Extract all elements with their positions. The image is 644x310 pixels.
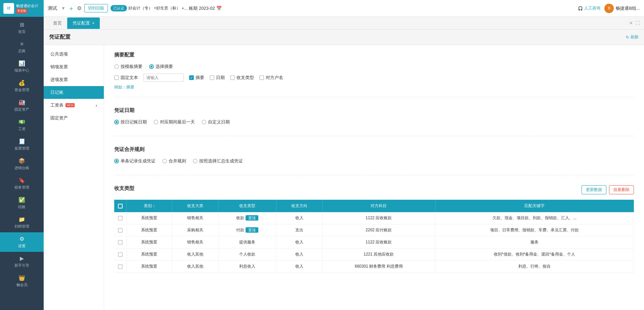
sidebar-item-tax[interactable]: 🔖 税务管理 <box>0 174 44 193</box>
refresh-button[interactable]: ↻ 刷新 <box>626 34 639 40</box>
sidebar-item-label: 发票管理 <box>14 146 29 151</box>
radio-merge-rule[interactable]: 合并规则 <box>162 158 186 164</box>
tab-close-icon[interactable]: × <box>92 21 94 26</box>
radio-circle <box>154 120 158 124</box>
service-button[interactable]: 🎧 人工咨询 <box>578 5 600 11</box>
tab-voucher-config[interactable]: 凭证配置 × <box>67 17 100 29</box>
sidebar-item-label: 首页 <box>18 29 26 34</box>
row-checkbox[interactable] <box>114 212 126 224</box>
table-row: 系统预置 收入其他 利息收入 收入 660301 财务费用 利息费用 利息、行终… <box>114 261 634 273</box>
refresh-icon: ↻ <box>626 35 629 40</box>
sidebar-item-label: 税务管理 <box>14 185 29 190</box>
content: 凭证配置 ↻ 刷新 公共选项 销项发票 进项发票 <box>44 30 644 310</box>
user-menu[interactable]: B 畅捷通B组... <box>604 4 640 13</box>
checkbox-counterpart-name[interactable]: 对方户名 <box>259 75 283 81</box>
table-row: 系统预置 销售相关 提供服务 收入 1122 应收账款 服务 <box>114 236 634 248</box>
radio-journal-date[interactable]: 按日记账日期 <box>114 119 147 125</box>
sidebar-item-trade[interactable]: 📦 进销台账 <box>0 154 44 174</box>
config-sidebar-item-fixed-assets[interactable]: 固定资产 <box>44 112 104 124</box>
table-th-checkbox[interactable] <box>114 200 126 212</box>
row-category: 系统预置 <box>126 248 172 261</box>
topbar-add-button[interactable]: ＋ <box>68 4 74 12</box>
sidebar-item-funds[interactable]: 💰 资金管理 <box>0 76 44 96</box>
radio-circle-checked <box>149 64 154 69</box>
close-acct-icon: ✅ <box>18 197 25 203</box>
table-th-account: 对方科目 <box>322 200 435 212</box>
tag-reset[interactable]: 置顶 <box>246 215 258 221</box>
sidebar-item-close[interactable]: ✅ 结账 <box>0 193 44 213</box>
topbar-dropdown-arrow[interactable]: ▼ <box>61 6 66 11</box>
row-keywords: 欠款、现金、项目款、到款、报销款、汇入、... <box>435 212 634 224</box>
topbar-title: 测试 <box>48 5 57 11</box>
update-data-button[interactable]: 更新数据 <box>582 185 606 194</box>
merge-radio-group: 单条记录生成凭证 合并规则 按照选择汇总生成凭证 <box>114 158 634 164</box>
sidebar-item-label: 设置 <box>18 243 26 248</box>
app-logo: 计 畅捷通好会计 专业版 <box>0 0 44 17</box>
checkbox-income-type[interactable]: 收支类型 <box>230 75 254 81</box>
config-main: 摘要配置 按模板摘要 选择摘要 <box>104 45 644 310</box>
radio-circle <box>193 159 198 163</box>
row-account: 1122 应收账款 <box>322 212 435 224</box>
sidebar-item-reports[interactable]: 📊 报表中心 <box>0 57 44 76</box>
table-th-direction: 收支方向 <box>276 200 323 212</box>
radio-template-summary[interactable]: 按模板摘要 <box>114 64 142 70</box>
sidebar-item-salary[interactable]: 💵 工资 <box>0 115 44 135</box>
sidebar-item-ledger[interactable]: ≡ 总账 <box>0 38 44 57</box>
sidebar-item-settings[interactable]: ⚙ 设置 <box>0 232 44 252</box>
checkbox-summary[interactable]: ✓ 摘要 <box>189 75 204 81</box>
row-category: 系统预置 <box>126 212 172 224</box>
checkbox-date[interactable]: 日期 <box>210 75 225 81</box>
tag-reset[interactable]: 置顶 <box>246 227 258 233</box>
topbar-gear-icon[interactable]: ⚙ <box>77 5 82 11</box>
checkbox-box-checked: ✓ <box>189 75 194 80</box>
sidebar-item-assets[interactable]: 🏭 固定资产 <box>0 96 44 115</box>
income-section: 收支类型 更新数据 批量删除 <box>114 185 634 279</box>
fixed-text-input[interactable] <box>143 74 184 82</box>
row-category: 系统预置 <box>126 236 172 248</box>
sidebar-item-home[interactable]: ⊞ 首页 <box>0 18 44 38</box>
radio-single-record[interactable]: 单条记录生成凭证 <box>114 158 156 164</box>
invoice-icon: 🧾 <box>18 138 25 145</box>
config-sidebar-item-sales[interactable]: 销项发票 <box>44 61 104 73</box>
tab-home[interactable]: 首页 <box>48 17 67 29</box>
row-checkbox[interactable] <box>114 261 126 273</box>
avatar: B <box>604 4 614 13</box>
settings-icon: ⚙ <box>19 236 24 242</box>
row-keywords: 收到*借款、收到*备用金、退回*备用金、个人 <box>435 248 634 261</box>
batch-delete-button[interactable]: 批量删除 <box>609 185 634 194</box>
topbar-right: 🎧 人工咨询 B 畅捷通B组... <box>578 4 640 13</box>
row-category: 系统预置 <box>126 261 172 273</box>
tax-icon: 🔖 <box>18 177 25 184</box>
sidebar-item-guide[interactable]: ▶ 新手引导 <box>0 252 44 271</box>
main-area: 测试 ▼ ＋ ⚙ 切到旧版 已认证 好会计（专） +好生意（标） +... 账期… <box>44 0 644 310</box>
window-expand-icon[interactable]: ⛶ <box>636 21 640 26</box>
row-checkbox[interactable] <box>114 236 126 248</box>
calendar-icon[interactable]: 📅 <box>216 6 222 11</box>
checkbox-fixed-text[interactable]: 固定文本 <box>114 75 138 81</box>
table-action-row: 更新数据 批量删除 <box>582 185 634 194</box>
radio-select-summary[interactable]: 选择摘要 <box>149 64 173 70</box>
config-sidebar-item-payroll[interactable]: 工资表 NEW › <box>44 99 104 112</box>
row-keywords: 项目、日常费用、报销款、车费、承兑汇票、付款 <box>435 224 634 236</box>
sidebar-item-invoice[interactable]: 🧾 发票管理 <box>0 135 44 154</box>
logo-icon: 计 <box>3 3 14 14</box>
sidebar-item-archive[interactable]: 📁 归档管理 <box>0 213 44 232</box>
radio-custom-date[interactable]: 自定义日期 <box>202 119 230 125</box>
config-sidebar-item-public[interactable]: 公共选项 <box>44 48 104 61</box>
sidebar-item-label: 总账 <box>18 48 26 53</box>
row-checkbox[interactable] <box>114 248 126 261</box>
checkbox-box <box>114 75 119 80</box>
summary-checkbox-row: 固定文本 ✓ 摘要 日期 <box>114 74 634 82</box>
window-close-icon[interactable]: ✕ <box>629 21 633 26</box>
row-checkbox[interactable] <box>114 224 126 236</box>
sidebar-item-vip[interactable]: 👑 畅会员 <box>0 271 44 291</box>
radio-period-last-day[interactable]: 对应期间最后一天 <box>154 119 195 125</box>
config-sidebar-item-journal[interactable]: 日记账 <box>44 86 104 99</box>
sidebar-item-label: 固定资产 <box>14 107 29 112</box>
switch-version-button[interactable]: 切到旧版 <box>84 4 108 12</box>
config-sidebar-item-purchase[interactable]: 进项发票 <box>44 73 104 86</box>
row-type: 收款 置顶 <box>218 212 276 224</box>
tab-bar: 首页 凭证配置 × ✕ ⛶ <box>44 17 644 30</box>
row-type: 付款 置顶 <box>218 224 276 236</box>
radio-select-summary-generate[interactable]: 按照选择汇总生成凭证 <box>193 158 243 164</box>
